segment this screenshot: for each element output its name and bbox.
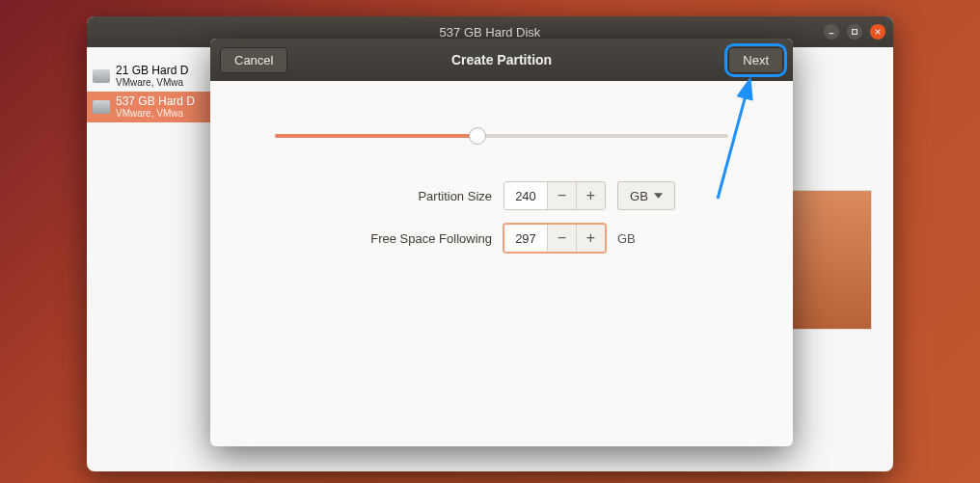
free-space-stepper: − + <box>504 224 606 253</box>
free-space-row: Free Space Following − + GB <box>239 224 764 253</box>
increment-button[interactable]: + <box>576 182 605 209</box>
partition-size-stepper: − + <box>504 181 606 210</box>
slider-fill <box>275 134 477 138</box>
disk-subtitle: VMware, VMwa <box>116 77 188 88</box>
next-button[interactable]: Next <box>728 47 783 73</box>
maximize-button[interactable] <box>847 24 862 40</box>
create-partition-dialog: Cancel Create Partition Next Partition S… <box>210 39 793 446</box>
disk-name: 537 GB Hard D <box>116 95 195 108</box>
close-button[interactable] <box>870 24 885 40</box>
partition-size-row: Partition Size − + GB <box>239 181 764 210</box>
slider-thumb[interactable] <box>469 127 486 145</box>
unit-label: GB <box>630 189 648 203</box>
chevron-down-icon <box>654 193 663 199</box>
window-controls <box>824 24 885 40</box>
dialog-header: Cancel Create Partition Next <box>210 39 793 81</box>
disk-subtitle: VMware, VMwa <box>116 108 195 119</box>
disk-name: 21 GB Hard D <box>116 65 188 77</box>
partition-size-input[interactable] <box>504 182 547 209</box>
free-space-unit: GB <box>617 231 675 246</box>
window-title: 537 GB Hard Disk <box>440 25 541 40</box>
hard-disk-icon <box>93 100 110 114</box>
minimize-button[interactable] <box>824 24 839 40</box>
dialog-body: Partition Size − + GB Free Space Followi… <box>210 81 793 285</box>
decrement-button[interactable]: − <box>547 182 576 209</box>
svg-rect-0 <box>853 30 858 35</box>
dialog-title: Create Partition <box>210 52 793 67</box>
hard-disk-icon <box>93 69 110 83</box>
free-space-label: Free Space Following <box>328 231 492 246</box>
partition-size-label: Partition Size <box>328 189 492 203</box>
partition-size-unit-select[interactable]: GB <box>617 181 675 210</box>
cancel-button[interactable]: Cancel <box>220 47 287 73</box>
decrement-button[interactable]: − <box>547 225 576 252</box>
free-space-input[interactable] <box>504 225 547 252</box>
partition-size-slider[interactable] <box>275 127 728 145</box>
increment-button[interactable]: + <box>576 225 605 252</box>
